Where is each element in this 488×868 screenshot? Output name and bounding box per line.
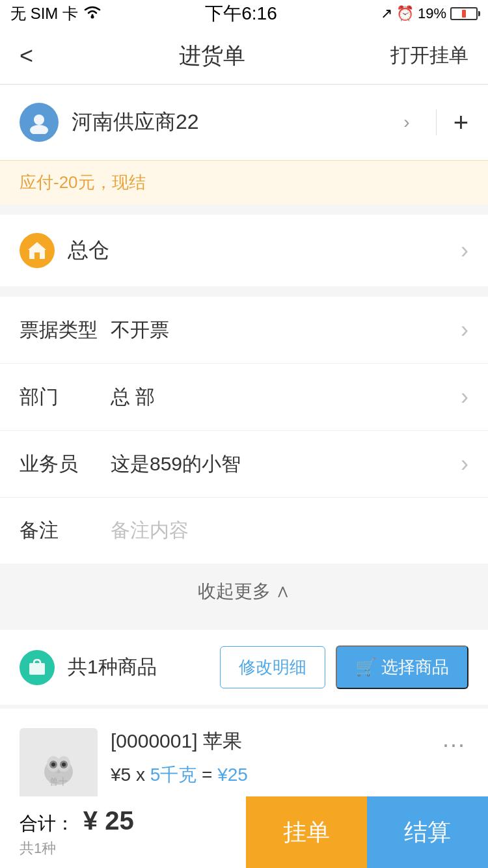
page-title: 进货单	[179, 41, 245, 71]
wifi-icon	[83, 5, 102, 23]
svg-point-12	[51, 763, 55, 766]
department-arrow	[461, 383, 468, 411]
form-section: 票据类型 不开票 部门 总 部 业务员 这是859的小智 备注 备注内容	[0, 297, 488, 563]
warehouse-name: 总仓	[68, 236, 461, 265]
product-thumbnail: 兽十	[20, 728, 98, 806]
owl-icon: 兽十	[20, 728, 98, 806]
svg-rect-5	[34, 252, 40, 259]
add-supplier-button[interactable]: +	[454, 109, 468, 135]
supplier-name[interactable]: 河南供应商22	[72, 108, 403, 137]
remark-label: 备注	[20, 517, 98, 544]
alarm-icon: ⏰	[396, 5, 414, 22]
carrier-text: 无 SIM 卡	[10, 3, 78, 24]
supplier-arrow-icon: ›	[403, 112, 409, 133]
product-quantity: 5千克	[150, 765, 197, 785]
department-row[interactable]: 部门 总 部	[0, 364, 488, 431]
svg-rect-6	[29, 663, 45, 675]
total-count: 共1种	[20, 839, 226, 858]
select-product-label: 选择商品	[381, 656, 449, 679]
svg-text:兽十: 兽十	[49, 776, 68, 787]
bottom-bar: 合计： ¥ 25 共1种 挂单 结算	[0, 796, 488, 868]
status-right: ↗ ⏰ 19%	[381, 5, 478, 22]
salesperson-value: 这是859的小智	[111, 451, 461, 478]
invoice-type-label: 票据类型	[20, 317, 98, 344]
total-line: 合计： ¥ 25	[20, 806, 226, 836]
collapse-label: 收起更多 ∧	[198, 581, 291, 601]
total-label: 合计：	[20, 813, 74, 834]
edit-detail-button[interactable]: 修改明细	[220, 646, 325, 688]
open-hang-button[interactable]: 打开挂单	[390, 42, 468, 69]
notice-text: 应付-20元，现结	[20, 172, 146, 192]
content-area: 河南供应商22 › + 应付-20元，现结 总仓 票据类型 不开票 部	[0, 85, 488, 826]
status-time: 下午6:16	[205, 1, 277, 26]
location-icon: ↗	[381, 5, 392, 22]
product-title: 苹果	[203, 730, 242, 752]
product-info: [0000001] 苹果 ¥5 x 5千克 = ¥25	[111, 728, 427, 787]
salesperson-row[interactable]: 业务员 这是859的小智	[0, 431, 488, 498]
department-label: 部门	[20, 384, 98, 411]
status-bar: 无 SIM 卡 下午6:16 ↗ ⏰ 19%	[0, 0, 488, 27]
warehouse-icon	[20, 233, 55, 268]
more-options-button[interactable]: ···	[440, 728, 468, 761]
svg-point-13	[62, 763, 66, 766]
notice-bar: 应付-20元，现结	[0, 160, 488, 204]
cart-icon: 🛒	[355, 657, 376, 677]
salesperson-label: 业务员	[20, 451, 98, 478]
product-total: ¥25	[217, 765, 248, 785]
product-price: ¥5 x 5千克 = ¥25	[111, 763, 427, 787]
invoice-type-value: 不开票	[111, 317, 461, 344]
supplier-section: 河南供应商22 › + 应付-20元，现结	[0, 85, 488, 204]
supplier-row: 河南供应商22 › +	[0, 85, 488, 160]
nav-bar: < 进货单 打开挂单	[0, 27, 488, 85]
svg-point-0	[91, 16, 94, 19]
equals-sign: =	[197, 765, 217, 785]
svg-point-1	[34, 115, 44, 125]
spacer	[0, 619, 488, 630]
svg-marker-4	[28, 242, 46, 250]
salesperson-arrow	[461, 450, 468, 478]
product-icon	[20, 650, 55, 685]
battery-icon	[450, 7, 478, 20]
product-code: [0000001]	[111, 730, 203, 752]
supplier-avatar	[20, 103, 59, 142]
divider	[436, 109, 437, 135]
product-count: 共1种商品	[68, 654, 220, 681]
status-left: 无 SIM 卡	[10, 3, 102, 24]
total-amount: ¥ 25	[83, 806, 134, 835]
remark-value[interactable]: 备注内容	[111, 517, 468, 544]
product-name: [0000001] 苹果	[111, 728, 427, 755]
unit-price: ¥5 x	[111, 765, 150, 785]
select-product-button[interactable]: 🛒 选择商品	[336, 645, 468, 689]
settle-button[interactable]: 结算	[367, 796, 488, 868]
remark-row[interactable]: 备注 备注内容	[0, 498, 488, 563]
invoice-type-arrow	[461, 316, 468, 344]
warehouse-section[interactable]: 总仓	[0, 215, 488, 286]
invoice-type-row[interactable]: 票据类型 不开票	[0, 297, 488, 364]
spacer2	[0, 706, 488, 707]
hang-button[interactable]: 挂单	[246, 796, 367, 868]
warehouse-arrow-icon	[461, 237, 468, 264]
back-button[interactable]: <	[20, 42, 33, 70]
svg-point-2	[30, 125, 48, 134]
product-header: 共1种商品 修改明细 🛒 选择商品	[0, 630, 488, 705]
total-section: 合计： ¥ 25 共1种	[0, 806, 246, 858]
battery-percent: 19%	[418, 5, 446, 22]
collapse-bar[interactable]: 收起更多 ∧	[0, 563, 488, 619]
department-value: 总 部	[111, 384, 461, 411]
